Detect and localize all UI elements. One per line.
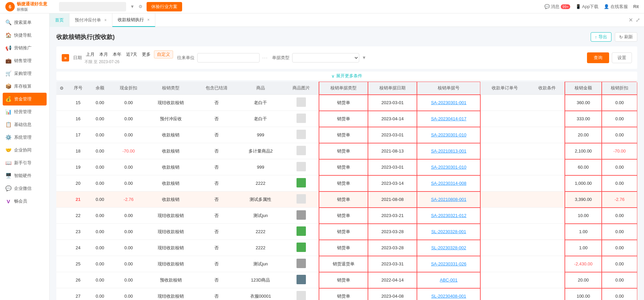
cell-bill-date: 2023-03-01 bbox=[368, 95, 417, 111]
app-download[interactable]: 📱 App下载 bbox=[576, 4, 598, 10]
sidebar-item-capital[interactable]: 💰 资金管理 bbox=[3, 93, 47, 105]
table-scroll[interactable]: ⚙ 序号 余额 现金折扣 核销类型 包含已结清 商品 商品图片 核销单据类型 核… bbox=[56, 82, 637, 300]
sidebar-item-inventory[interactable]: 📦 库存核算 bbox=[0, 80, 49, 93]
message-badge: 99+ bbox=[561, 4, 571, 9]
cell-balance: 0.00 bbox=[89, 208, 111, 224]
cell-bill-no[interactable]: SL-20230328-002 bbox=[417, 240, 480, 256]
sidebar-item-label: 资金管理 bbox=[14, 96, 32, 102]
sidebar-item-search-menu[interactable]: 🔍 搜索菜单 bbox=[0, 16, 49, 29]
cell-bill-no[interactable]: SA-20230314-008 bbox=[417, 175, 480, 191]
date-btn-this-month[interactable]: 本月 bbox=[98, 51, 109, 58]
date-btn-more[interactable]: 更多 bbox=[141, 51, 152, 58]
counterpart-filter-group: 往来单位 ··· bbox=[177, 53, 268, 62]
sidebar-item-marketing[interactable]: 📢 营销推广 bbox=[0, 42, 49, 54]
cell-include-settled: 否 bbox=[195, 159, 237, 175]
col-include-settled: 包含已结清 bbox=[195, 82, 237, 95]
settings-button[interactable]: 设置 bbox=[612, 52, 632, 63]
dropdown-icon[interactable]: ▼ bbox=[130, 4, 135, 9]
cell-cash-discount: 0.00 bbox=[111, 127, 147, 143]
sidebar-item-wechat[interactable]: 💬 企业微信 bbox=[0, 182, 49, 195]
cell-receipt-order-no bbox=[480, 111, 529, 127]
cell-gear[interactable] bbox=[56, 288, 67, 300]
cell-bill-no[interactable]: SL-20230328-001 bbox=[417, 224, 480, 240]
sidebar-item-label: 畅会员 bbox=[14, 198, 27, 204]
cell-cash-discount: -70.00 bbox=[111, 143, 147, 159]
query-button[interactable]: 查询 bbox=[587, 52, 609, 63]
col-gear[interactable]: ⚙ bbox=[56, 82, 67, 95]
cell-receipt-order-no bbox=[480, 272, 529, 288]
sidebar-item-member[interactable]: V 畅会员 bbox=[0, 195, 49, 208]
date-btn-last-month[interactable]: 上月 bbox=[85, 51, 96, 58]
sidebar-item-sales[interactable]: 💼 销售管理 bbox=[0, 54, 49, 67]
export-button[interactable]: ↑ 导出 bbox=[591, 32, 612, 42]
tab-receipt-close[interactable]: × bbox=[147, 17, 150, 22]
cell-gear[interactable] bbox=[56, 224, 67, 240]
date-btn-7days[interactable]: 近7天 bbox=[125, 51, 139, 58]
tab-receipt-exec[interactable]: 收款核销执行 × bbox=[112, 13, 155, 27]
sidebar-item-business[interactable]: 📊 经营管理 bbox=[0, 105, 49, 118]
cell-bill-no[interactable]: SA-20210813-001 bbox=[417, 143, 480, 159]
tab-close-all[interactable]: ✕ bbox=[629, 17, 633, 23]
cell-bill-no[interactable]: ABC-001 bbox=[417, 272, 480, 288]
cell-gear[interactable] bbox=[56, 143, 67, 159]
cell-bill-no[interactable]: SA-20230321-012 bbox=[417, 208, 480, 224]
sidebar-item-guide[interactable]: 📖 新手引导 bbox=[0, 157, 49, 169]
cell-gear[interactable] bbox=[56, 272, 67, 288]
top-center: ▼ ⚙ 休验行业方案 bbox=[59, 2, 540, 11]
cell-write-off-type: 预收款核销 bbox=[146, 272, 195, 288]
cell-receipt-condition bbox=[529, 191, 565, 208]
counterpart-input[interactable] bbox=[197, 53, 260, 62]
date-range: 上月 本月 本年 近7天 更多 自定义 不限 至 2023-07-26 bbox=[85, 50, 173, 65]
message-area[interactable]: 💬 消息 99+ bbox=[544, 4, 571, 10]
tab-home[interactable]: 首页 bbox=[50, 13, 69, 27]
settings-icon[interactable]: ⚙ bbox=[139, 4, 143, 9]
cell-bill-no[interactable]: SA-20230301-010 bbox=[417, 127, 480, 143]
cell-gear[interactable] bbox=[56, 111, 67, 127]
cell-bill-no[interactable]: SA-20230414-017 bbox=[417, 111, 480, 127]
cell-write-off-amount: 333.00 bbox=[565, 111, 602, 127]
cell-bill-no[interactable]: SA-20230301-010 bbox=[417, 159, 480, 175]
cell-seq: 18 bbox=[67, 143, 89, 159]
cell-receipt-order-no bbox=[480, 208, 529, 224]
cell-write-off-amount: 60.00 bbox=[565, 159, 602, 175]
cell-bill-no[interactable]: SA-20230331-026 bbox=[417, 256, 480, 272]
cell-gear[interactable] bbox=[56, 256, 67, 272]
voucher-type-select[interactable] bbox=[292, 53, 359, 62]
filter-expand-btn[interactable]: » bbox=[62, 54, 69, 61]
industry-btn[interactable]: 休验行业方案 bbox=[147, 2, 182, 11]
cell-gear[interactable] bbox=[56, 240, 67, 256]
cell-gear[interactable] bbox=[56, 95, 67, 111]
top-right: 💬 消息 99+ 📱 App下载 👤 在线客服 Rit bbox=[544, 4, 639, 10]
sidebar-item-smart-hw[interactable]: 🖥️ 智能硬件 bbox=[0, 169, 49, 182]
tab-maximize[interactable]: ⤢ bbox=[636, 17, 640, 23]
cell-gear[interactable] bbox=[56, 175, 67, 191]
col-goods-img: 商品图片 bbox=[283, 82, 319, 95]
col-cash-discount: 现金折扣 bbox=[111, 82, 147, 95]
cell-receipt-condition bbox=[529, 272, 565, 288]
logo-sub: 标推版 bbox=[17, 7, 47, 12]
sidebar-item-system[interactable]: ⚙️ 系统管理 bbox=[0, 131, 49, 144]
cell-bill-no[interactable]: SA-20230301-001 bbox=[417, 95, 480, 111]
tab-prepay-close[interactable]: × bbox=[104, 18, 107, 23]
cell-bill-no[interactable]: SL-20230408-001 bbox=[417, 288, 480, 300]
cell-gear[interactable] bbox=[56, 208, 67, 224]
sidebar-item-purchase[interactable]: 🛒 采购管理 bbox=[0, 67, 49, 80]
tab-prepay[interactable]: 预付冲应付单 × bbox=[69, 13, 112, 27]
date-btn-this-year[interactable]: 本年 bbox=[111, 51, 123, 58]
cell-gear[interactable] bbox=[56, 159, 67, 175]
expand-more-bar[interactable]: ∨ 展开更多条件 bbox=[56, 72, 637, 80]
cell-write-off-type: 现结收款核销 bbox=[146, 240, 195, 256]
cell-gear[interactable] bbox=[56, 191, 67, 208]
select-arrow: ▼ bbox=[362, 55, 366, 60]
sidebar-item-enterprise[interactable]: 🤝 企业协同 bbox=[0, 144, 49, 157]
cell-bill-type: 销货单 bbox=[319, 191, 368, 208]
sidebar-item-quick-nav[interactable]: 🏠 快捷导航 bbox=[0, 29, 49, 42]
cell-receipt-order-no bbox=[480, 127, 529, 143]
cell-bill-no[interactable]: SA-20210808-001 bbox=[417, 191, 480, 208]
cell-gear[interactable] bbox=[56, 127, 67, 143]
sidebar-item-basic[interactable]: 📋 基础信息 bbox=[0, 118, 49, 131]
date-custom-btn[interactable]: 自定义 bbox=[154, 50, 173, 58]
refresh-button[interactable]: ↻ 刷新 bbox=[615, 32, 637, 42]
online-service[interactable]: 👤 在线客服 bbox=[604, 4, 628, 10]
search-box-display bbox=[59, 2, 126, 11]
